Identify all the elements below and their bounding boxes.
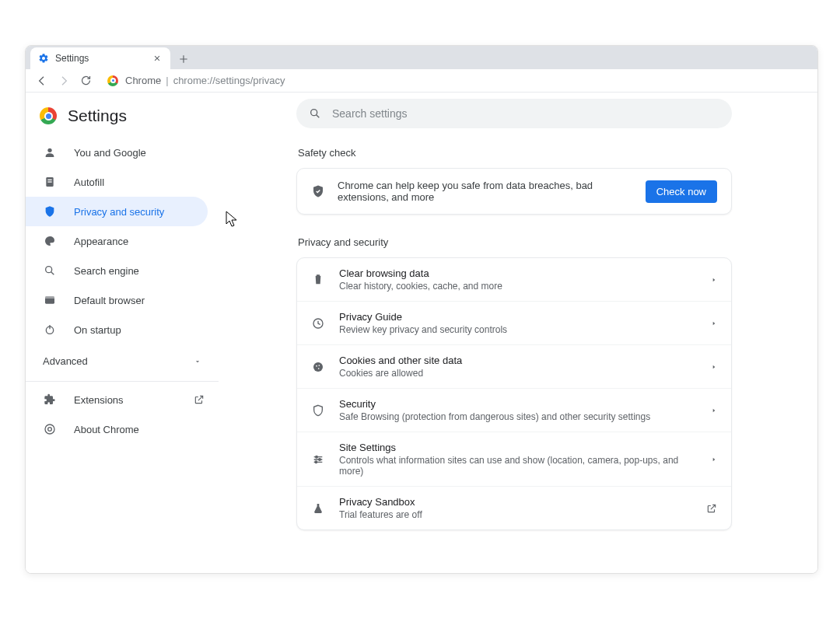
- chrome-logo-icon: [40, 107, 57, 124]
- advanced-label: Advanced: [43, 355, 88, 367]
- sidebar-item-about-chrome[interactable]: About Chrome: [26, 414, 219, 444]
- browser-window: Settings Chrome | chrome://settings/priv…: [25, 45, 818, 574]
- tab-title: Settings: [55, 53, 152, 64]
- autofill-icon: [43, 176, 57, 188]
- search-input[interactable]: [332, 107, 719, 120]
- row-title: Privacy Guide: [339, 311, 697, 323]
- svg-point-14: [318, 365, 320, 366]
- chevron-right-icon: [711, 320, 717, 327]
- row-subtitle: Trial features are off: [339, 509, 692, 520]
- sidebar-item-label: Search engine: [74, 265, 139, 277]
- row-security[interactable]: Security Safe Browsing (protection from …: [297, 388, 731, 432]
- tune-icon: [311, 453, 325, 466]
- row-title: Site Settings: [339, 442, 697, 453]
- sidebar-item-autofill[interactable]: Autofill: [26, 167, 208, 197]
- sidebar-item-label: About Chrome: [74, 424, 205, 435]
- chrome-outline-icon: [43, 423, 57, 435]
- new-tab-button[interactable]: [173, 49, 194, 69]
- safety-check-message: Chrome can help keep you safe from data …: [338, 180, 633, 203]
- sidebar: Settings You and Google Autofill: [26, 93, 219, 573]
- svg-point-10: [311, 110, 317, 116]
- svg-point-8: [45, 425, 54, 434]
- row-subtitle: Clear history, cookies, cache, and more: [339, 281, 697, 292]
- divider: [26, 381, 219, 382]
- palette-icon: [43, 235, 57, 247]
- sidebar-item-label: Autofill: [74, 176, 104, 188]
- advanced-toggle[interactable]: Advanced: [26, 344, 219, 378]
- chevron-right-icon: [711, 276, 717, 284]
- row-privacy-guide[interactable]: Privacy Guide Review key privacy and sec…: [297, 301, 731, 344]
- sidebar-item-extensions[interactable]: Extensions: [26, 385, 219, 414]
- open-in-new-icon: [706, 503, 717, 514]
- row-subtitle: Controls what information sites can use …: [339, 455, 697, 477]
- svg-point-0: [47, 149, 51, 152]
- address-bar[interactable]: Chrome | chrome://settings/privacy: [100, 72, 811, 90]
- url-path: chrome://settings/privacy: [173, 75, 285, 86]
- power-icon: [43, 323, 57, 336]
- app-title: Settings: [68, 107, 127, 125]
- sidebar-item-default-browser[interactable]: Default browser: [26, 285, 208, 315]
- sidebar-item-search-engine[interactable]: Search engine: [26, 256, 208, 285]
- chevron-right-icon: [711, 363, 717, 371]
- shield-check-icon: [311, 184, 325, 198]
- svg-point-4: [46, 267, 52, 273]
- open-in-new-icon: [194, 394, 205, 405]
- sidebar-item-label: Extensions: [74, 394, 194, 406]
- privacy-list-card: Clear browsing data Clear history, cooki…: [296, 257, 732, 530]
- chevron-down-icon: [194, 358, 201, 365]
- row-title: Privacy Sandbox: [339, 496, 692, 508]
- row-subtitle: Review key privacy and security controls: [339, 324, 697, 335]
- row-title: Security: [339, 398, 697, 410]
- svg-rect-2: [47, 180, 51, 180]
- compass-icon: [311, 317, 325, 330]
- person-icon: [43, 146, 57, 159]
- sidebar-item-label: Appearance: [74, 236, 128, 247]
- search-icon: [309, 107, 321, 120]
- row-title: Cookies and other site data: [339, 355, 697, 366]
- svg-point-13: [316, 365, 317, 366]
- svg-point-16: [316, 456, 318, 458]
- svg-point-12: [313, 362, 323, 372]
- reload-button[interactable]: [75, 71, 96, 91]
- site-info-icon[interactable]: [107, 75, 119, 87]
- trash-icon: [311, 274, 325, 286]
- safety-check-title: Safety check: [298, 147, 786, 159]
- browser-icon: [43, 294, 57, 306]
- brand: Settings: [26, 100, 219, 138]
- row-privacy-sandbox[interactable]: Privacy Sandbox Trial features are off: [297, 486, 731, 529]
- row-clear-browsing-data[interactable]: Clear browsing data Clear history, cooki…: [297, 258, 731, 301]
- svg-rect-3: [47, 181, 51, 182]
- svg-point-17: [319, 458, 321, 460]
- sidebar-item-privacy-and-security[interactable]: Privacy and security: [26, 197, 208, 226]
- sidebar-item-you-and-google[interactable]: You and Google: [26, 138, 208, 167]
- row-title: Clear browsing data: [339, 267, 697, 279]
- svg-point-9: [48, 428, 52, 432]
- sidebar-item-label: Default browser: [74, 295, 145, 306]
- safety-check-card: Chrome can help keep you safe from data …: [296, 168, 732, 215]
- forward-button[interactable]: [54, 71, 74, 91]
- cookie-icon: [311, 361, 325, 373]
- flask-icon: [311, 502, 325, 515]
- close-tab-icon[interactable]: [152, 53, 163, 64]
- sidebar-item-appearance[interactable]: Appearance: [26, 226, 208, 256]
- back-button[interactable]: [32, 71, 52, 91]
- row-subtitle: Safe Browsing (protection from dangerous…: [339, 411, 697, 422]
- row-site-settings[interactable]: Site Settings Controls what information …: [297, 432, 731, 486]
- search-settings[interactable]: [296, 99, 732, 128]
- tab-settings[interactable]: Settings: [30, 47, 170, 69]
- row-subtitle: Cookies are allowed: [339, 368, 697, 379]
- shield-icon: [43, 205, 57, 218]
- chevron-right-icon: [711, 407, 717, 414]
- row-cookies[interactable]: Cookies and other site data Cookies are …: [297, 344, 731, 388]
- svg-point-15: [318, 368, 320, 369]
- check-now-button[interactable]: Check now: [646, 180, 717, 203]
- sidebar-item-label: Privacy and security: [74, 206, 164, 218]
- sidebar-item-label: You and Google: [74, 147, 146, 159]
- content: Settings You and Google Autofill: [26, 93, 817, 573]
- gear-icon: [38, 53, 49, 64]
- nav-list: You and Google Autofill Privacy and secu…: [26, 138, 219, 344]
- tab-strip: Settings: [26, 46, 817, 69]
- svg-point-18: [315, 461, 317, 463]
- svg-rect-6: [45, 296, 54, 299]
- sidebar-item-on-startup[interactable]: On startup: [26, 315, 208, 344]
